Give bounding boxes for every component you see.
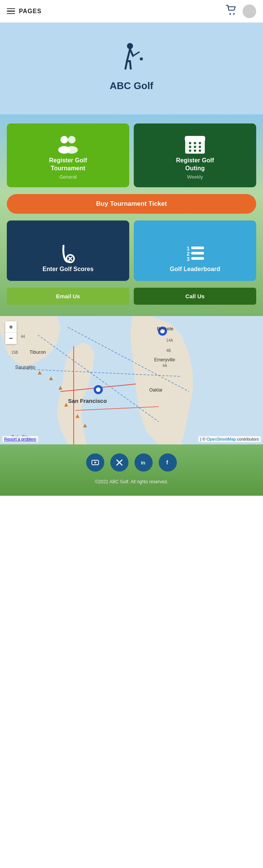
register-tournament-subtitle: General xyxy=(59,174,77,180)
svg-text:Tiburon: Tiburon xyxy=(29,349,46,355)
avatar[interactable] xyxy=(243,5,256,18)
svg-point-16 xyxy=(199,150,201,152)
map-report-link[interactable]: Report a problem xyxy=(2,436,38,442)
svg-point-12 xyxy=(194,146,196,148)
openstreetmap-link[interactable]: OpenStreetMap xyxy=(207,437,236,441)
leaderboard-icon: 1 2 3 xyxy=(183,243,207,265)
svg-point-0 xyxy=(229,13,231,15)
call-us-button[interactable]: Call Us xyxy=(134,288,256,305)
grass-section: in f ©2021 ABC Golf. All rights reserved… xyxy=(0,444,263,496)
cards-grid: Register GolfTournament General xyxy=(7,123,256,187)
hero-section: ABC Golf xyxy=(0,23,263,114)
main-content: Register GolfTournament General xyxy=(0,114,263,316)
map-zoom-controls: + − xyxy=(5,321,17,344)
svg-point-13 xyxy=(199,146,201,148)
map-section: Tiburon Sausalito Berkele Emeryville Oak… xyxy=(0,316,263,444)
svg-point-11 xyxy=(189,146,191,148)
svg-text:Berkele: Berkele xyxy=(157,326,173,331)
svg-text:4B: 4B xyxy=(166,348,171,353)
enter-scores-title: Enter Golf Scores xyxy=(42,265,93,273)
svg-point-3 xyxy=(140,57,143,60)
svg-point-15 xyxy=(194,150,196,152)
svg-rect-30 xyxy=(191,257,204,260)
svg-point-5 xyxy=(68,136,76,143)
register-outing-title: Register GolfOuting xyxy=(176,157,214,173)
action-buttons: Email Us Call Us xyxy=(7,288,256,305)
svg-point-14 xyxy=(189,150,191,152)
svg-point-17 xyxy=(189,142,191,144)
svg-text:Sausalito: Sausalito xyxy=(15,364,35,370)
svg-text:44: 44 xyxy=(21,335,25,339)
menu-icon[interactable] xyxy=(7,8,15,14)
footer-copyright: ©2021 ABC Golf. All rights reserved. xyxy=(8,479,255,484)
svg-point-4 xyxy=(60,136,68,143)
buy-tournament-ticket-button[interactable]: Buy Tournament Ticket xyxy=(7,194,256,214)
header: PAGES xyxy=(0,0,263,23)
calendar-icon xyxy=(184,134,206,157)
svg-point-7 xyxy=(66,146,78,154)
svg-text:3: 3 xyxy=(187,256,190,262)
email-us-button[interactable]: Email Us xyxy=(7,288,129,305)
people-icon xyxy=(56,135,80,157)
header-left: PAGES xyxy=(7,8,42,15)
leaderboard-card[interactable]: 1 2 3 Golf Leaderboard xyxy=(134,220,256,281)
svg-text:Emeryville: Emeryville xyxy=(154,357,175,362)
svg-point-18 xyxy=(194,142,196,144)
svg-text:in: in xyxy=(141,460,145,466)
youtube-icon[interactable] xyxy=(86,453,104,472)
svg-text:4A: 4A xyxy=(162,364,167,368)
svg-rect-28 xyxy=(191,252,204,254)
linkedin-icon[interactable]: in xyxy=(135,453,153,472)
register-outing-card[interactable]: Register GolfOuting Weekly xyxy=(134,123,256,187)
svg-point-19 xyxy=(199,142,201,144)
svg-point-42 xyxy=(96,387,101,392)
golfer-icon xyxy=(116,42,147,77)
social-row: in f xyxy=(8,453,255,472)
zoom-in-button[interactable]: + xyxy=(5,321,17,333)
scores-icon xyxy=(56,243,80,265)
svg-text:14A: 14A xyxy=(166,338,173,342)
leaderboard-title: Golf Leaderboard xyxy=(170,265,220,273)
facebook-icon[interactable]: f xyxy=(159,453,177,472)
enter-scores-card[interactable]: Enter Golf Scores xyxy=(7,220,129,281)
scores-cards-grid: Enter Golf Scores 1 2 3 Golf Leaderboard xyxy=(7,220,256,281)
svg-text:15B: 15B xyxy=(11,350,18,355)
map-attribution: | © OpenStreetMap © OpenStreetMap contri… xyxy=(198,436,261,442)
map-container[interactable]: Tiburon Sausalito Berkele Emeryville Oak… xyxy=(0,316,263,444)
svg-text:San Francisco: San Francisco xyxy=(68,398,107,404)
zoom-out-button[interactable]: − xyxy=(5,333,17,344)
svg-text:Oaklar: Oaklar xyxy=(149,387,162,393)
svg-rect-26 xyxy=(191,247,204,249)
twitter-x-icon[interactable] xyxy=(110,453,128,472)
register-tournament-title: Register GolfTournament xyxy=(49,157,87,173)
svg-point-1 xyxy=(233,13,235,15)
hero-title: ABC Golf xyxy=(110,80,153,92)
header-title: PAGES xyxy=(19,8,42,15)
header-right xyxy=(226,5,256,18)
svg-text:f: f xyxy=(166,459,168,466)
register-tournament-card[interactable]: Register GolfTournament General xyxy=(7,123,129,187)
svg-marker-64 xyxy=(94,461,97,464)
cart-icon[interactable] xyxy=(226,5,237,18)
register-outing-subtitle: Weekly xyxy=(187,174,203,180)
